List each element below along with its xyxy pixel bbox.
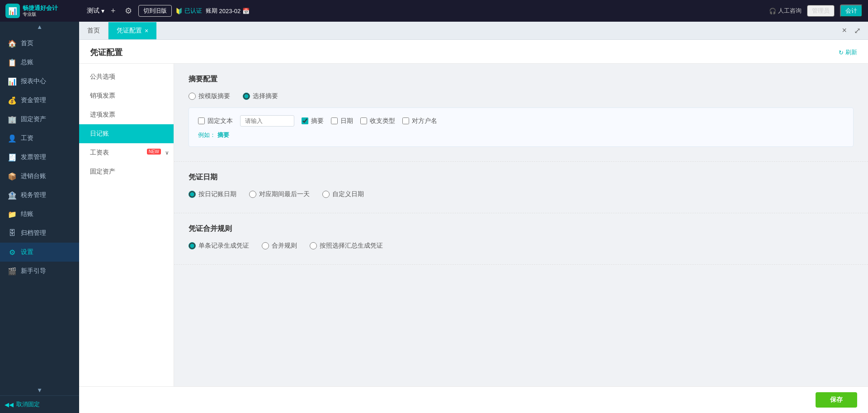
cert-status: 🔰 已认证 <box>175 7 202 15</box>
refresh-button[interactable]: ↻ 刷新 <box>839 48 857 56</box>
logo-icon: 📊 <box>5 4 20 18</box>
cancel-fixed-button[interactable]: ◀◀ 取消固定 <box>0 395 79 413</box>
summary-section-title: 摘要配置 <box>189 75 854 84</box>
select-summary-radio[interactable] <box>310 242 317 249</box>
sidebar-scroll-down[interactable]: ▼ <box>0 385 79 395</box>
sidebar-item-tax[interactable]: 🏦 税务管理 <box>0 186 79 205</box>
tab-voucher-config[interactable]: 凭证配置 × <box>108 22 156 39</box>
role-button[interactable]: 会计 <box>840 5 863 17</box>
sidebar-item-reports[interactable]: 📊 报表中心 <box>0 72 79 91</box>
select-summary-option[interactable]: 按照选择汇总生成凭证 <box>310 242 383 250</box>
salary-icon: 👤 <box>8 134 16 142</box>
sidebar-nav: 🏠 首页 📋 总账 📊 报表中心 💰 资金管理 🏢 固定资产 👤 工资 <box>0 32 79 385</box>
home-icon: 🏠 <box>8 39 16 47</box>
period-display: 账期 2023-02 📅 <box>206 7 250 15</box>
page-title: 凭证配置 <box>90 47 123 58</box>
tab-home[interactable]: 首页 <box>79 22 108 39</box>
expand-panel-button[interactable]: ⤢ <box>851 24 863 38</box>
left-panel-item-sales-invoice[interactable]: 销项发票 <box>79 86 174 105</box>
date-checkbox[interactable] <box>331 117 338 124</box>
ledger-icon: 📋 <box>8 58 16 66</box>
merge-rule-radio[interactable] <box>262 242 269 249</box>
left-panel-item-fixed-assets[interactable]: 固定资产 <box>79 162 174 181</box>
left-panel-item-public[interactable]: 公共选项 <box>79 67 174 86</box>
topbar-right: 🎧 人工咨询 管理员 会计 <box>769 5 863 17</box>
calendar-icon[interactable]: 📅 <box>242 8 250 14</box>
summary-config-box: 固定文本 摘要 日期 <box>189 108 854 147</box>
period-last-option[interactable]: 对应期间最后一天 <box>249 190 310 198</box>
custom-date-radio[interactable] <box>322 191 330 198</box>
tax-icon: 🏦 <box>8 191 16 199</box>
sidebar-item-settings[interactable]: ⚙ 设置 <box>0 243 79 262</box>
income-type-checkbox-item[interactable]: 收支类型 <box>360 117 395 125</box>
sidebar-item-invoice[interactable]: 🧾 发票管理 <box>0 148 79 167</box>
content-area: 首页 凭证配置 × × ⤢ 凭证配置 ↻ 刷新 公共选项 <box>79 22 868 413</box>
pin-icon: ◀◀ <box>5 401 14 408</box>
company-name[interactable]: 测试 ▾ <box>87 7 104 15</box>
headset-icon: 🎧 <box>769 8 776 14</box>
user-button[interactable]: 管理员 <box>807 5 835 17</box>
sidebar-scroll-up[interactable]: ▲ <box>0 22 79 32</box>
single-record-radio[interactable] <box>189 242 196 249</box>
summary-checkbox-item[interactable]: 摘要 <box>302 117 324 125</box>
sidebar-item-assets[interactable]: 🏢 固定资产 <box>0 110 79 129</box>
journal-date-radio[interactable] <box>189 191 196 198</box>
main-layout: ▲ 🏠 首页 📋 总账 📊 报表中心 💰 资金管理 🏢 固定资产 <box>0 22 868 413</box>
date-section: 凭证日期 按日记账日期 对应期间最后一天 自定义日期 <box>189 173 854 198</box>
counterpart-checkbox-item[interactable]: 对方户名 <box>402 117 437 125</box>
counterpart-checkbox[interactable] <box>402 117 409 124</box>
close-panel-button[interactable]: × <box>839 24 849 37</box>
fixed-text-checkbox[interactable] <box>198 117 205 124</box>
sales-icon: 📦 <box>8 172 16 180</box>
left-panel-item-purchase-invoice[interactable]: 进项发票 <box>79 105 174 124</box>
date-checkbox-item[interactable]: 日期 <box>331 117 353 125</box>
summary-radio-group: 按模版摘要 选择摘要 <box>189 92 854 100</box>
summary-template-radio[interactable] <box>189 93 196 100</box>
left-panel-item-journal[interactable]: 日记账 <box>79 124 174 143</box>
sidebar-item-archive[interactable]: 🗄 归档管理 <box>0 224 79 243</box>
merge-radio-group: 单条记录生成凭证 合并规则 按照选择汇总生成凭证 <box>189 242 854 250</box>
sidebar-item-home[interactable]: 🏠 首页 <box>0 34 79 53</box>
fixed-text-input[interactable] <box>240 115 294 127</box>
single-record-option[interactable]: 单条记录生成凭证 <box>189 242 249 250</box>
summary-checkbox[interactable] <box>302 117 308 124</box>
summary-select-option[interactable]: 选择摘要 <box>243 92 278 100</box>
tab-bar: 首页 凭证配置 × × ⤢ <box>79 22 868 40</box>
page-footer: 保存 <box>79 386 868 413</box>
summary-select-radio[interactable] <box>243 93 250 100</box>
chevron-down-icon: ▾ <box>101 7 104 14</box>
tab-close-button[interactable]: × <box>145 28 148 34</box>
settings-icon[interactable]: ⚙ <box>122 5 135 17</box>
switch-version-button[interactable]: 切到旧版 <box>138 5 172 17</box>
consult-button[interactable]: 🎧 人工咨询 <box>769 7 802 15</box>
merge-section-title: 凭证合并规则 <box>189 224 854 234</box>
left-panel-item-payroll[interactable]: 工资表 NEW ∨ <box>79 143 174 162</box>
close-ledger-icon: 📁 <box>8 210 16 218</box>
logo-name: 畅捷通好会计 <box>23 5 58 12</box>
custom-date-option[interactable]: 自定义日期 <box>322 190 364 198</box>
cert-icon: 🔰 <box>175 8 183 14</box>
sidebar-item-sales[interactable]: 📦 进销台账 <box>0 167 79 186</box>
save-button[interactable]: 保存 <box>816 392 857 408</box>
sidebar: ▲ 🏠 首页 📋 总账 📊 报表中心 💰 资金管理 🏢 固定资产 <box>0 22 79 413</box>
summary-template-option[interactable]: 按模版摘要 <box>189 92 230 100</box>
journal-date-option[interactable]: 按日记账日期 <box>189 190 236 198</box>
sidebar-item-ledger[interactable]: 📋 总账 <box>0 53 79 72</box>
reports-icon: 📊 <box>8 77 16 85</box>
divider-3 <box>174 264 868 265</box>
add-button[interactable]: + <box>108 5 118 17</box>
page-header: 凭证配置 ↻ 刷新 <box>79 40 868 64</box>
income-type-checkbox[interactable] <box>360 117 367 124</box>
assets-icon: 🏢 <box>8 115 16 123</box>
example-text: 例如： 摘要 <box>198 131 844 139</box>
merge-rule-option[interactable]: 合并规则 <box>262 242 297 250</box>
right-panel: 摘要配置 按模版摘要 选择摘要 <box>174 64 868 386</box>
sidebar-item-funds[interactable]: 💰 资金管理 <box>0 91 79 110</box>
sidebar-item-guide[interactable]: 🎬 新手引导 <box>0 262 79 281</box>
fixed-text-checkbox-item[interactable]: 固定文本 <box>198 117 233 125</box>
summary-section: 摘要配置 按模版摘要 选择摘要 <box>189 75 854 147</box>
period-last-radio[interactable] <box>249 191 256 198</box>
sidebar-item-salary[interactable]: 👤 工资 <box>0 129 79 148</box>
sidebar-item-close[interactable]: 📁 结账 <box>0 205 79 224</box>
new-badge: NEW <box>147 149 161 155</box>
